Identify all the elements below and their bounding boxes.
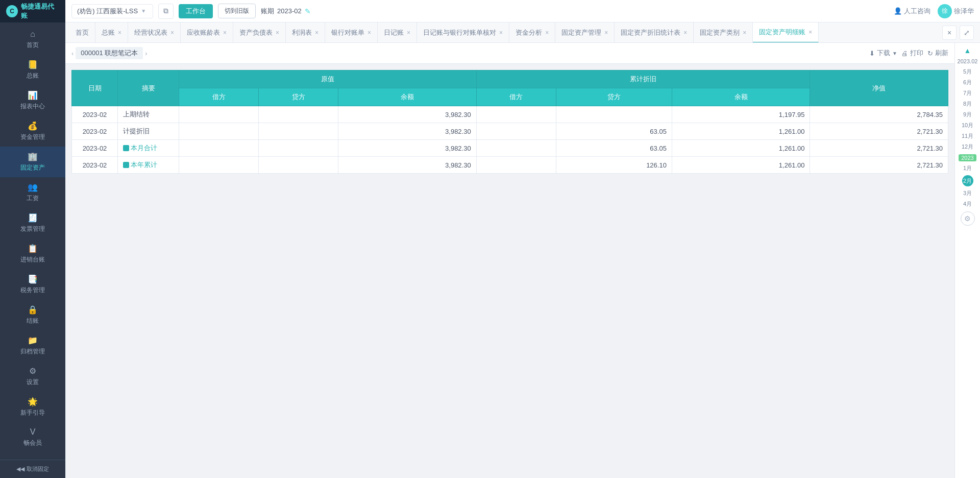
tab-fund-analysis[interactable]: 资金分析 × bbox=[509, 22, 555, 43]
switch-version-button[interactable]: 切到旧版 bbox=[218, 4, 256, 18]
tab-journal[interactable]: 日记账 × bbox=[378, 22, 417, 43]
cell-net-value: 2,721.30 bbox=[810, 157, 948, 174]
tab-close-all-button[interactable]: × bbox=[942, 26, 957, 40]
tab-close-icon[interactable]: × bbox=[223, 29, 227, 36]
cell-summary: 上期结转 bbox=[118, 106, 179, 123]
timeline-label: 4月 bbox=[963, 200, 972, 208]
copy-button[interactable]: ⧉ bbox=[158, 4, 174, 19]
refresh-label: 刷新 bbox=[935, 49, 948, 58]
tab-close-icon[interactable]: × bbox=[743, 29, 746, 36]
refresh-button[interactable]: ↻ 刷新 bbox=[927, 49, 948, 58]
print-button[interactable]: 🖨 打印 bbox=[901, 49, 923, 58]
th-orig-balance: 余额 bbox=[338, 88, 477, 106]
sidebar-item-sales[interactable]: 📋 进销台账 bbox=[0, 238, 65, 269]
sidebar-item-fixed-assets[interactable]: 🏢 固定资产 bbox=[0, 147, 65, 177]
timeline-month-5[interactable]: 5月 bbox=[955, 66, 980, 77]
period-edit-icon[interactable]: ✎ bbox=[305, 7, 311, 15]
timeline-month-7[interactable]: 7月 bbox=[955, 88, 980, 99]
cell-date: 2023-02 bbox=[72, 157, 118, 174]
th-accum-credit: 贷方 bbox=[556, 88, 672, 106]
tab-close-icon[interactable]: × bbox=[499, 29, 503, 36]
tab-balance[interactable]: 资产负债表 × bbox=[233, 22, 286, 43]
timeline-month-8[interactable]: 8月 bbox=[955, 99, 980, 109]
tab-label: 资产负债表 bbox=[239, 28, 273, 37]
sidebar-item-settings[interactable]: ⚙ 设置 bbox=[0, 361, 65, 392]
timeline-month-3[interactable]: 3月 bbox=[955, 188, 980, 199]
active-month-dot: 2月 bbox=[962, 175, 973, 186]
cell-orig-credit bbox=[259, 140, 338, 157]
timeline-label: 11月 bbox=[962, 132, 973, 140]
timeline-month-10[interactable]: 10月 bbox=[955, 120, 980, 131]
tab-home[interactable]: 首页 bbox=[69, 22, 95, 43]
service-button[interactable]: 👤 人工咨询 bbox=[894, 7, 930, 16]
tab-close-icon[interactable]: × bbox=[118, 29, 121, 36]
timeline-month-4[interactable]: 4月 bbox=[955, 199, 980, 209]
settings-icon: ⚙ bbox=[29, 366, 36, 376]
timeline-month-2-active[interactable]: 2月 bbox=[955, 174, 980, 188]
cell-net-value: 2,721.30 bbox=[810, 123, 948, 140]
topbar-right: 👤 人工咨询 徐 徐泽华 bbox=[894, 4, 974, 18]
sidebar-item-capital[interactable]: 💰 资金管理 bbox=[0, 116, 65, 147]
service-label: 人工咨询 bbox=[904, 7, 930, 16]
tab-fixed-detail[interactable]: 固定资产明细账 × bbox=[753, 22, 819, 43]
sidebar-item-payroll[interactable]: 👥 工资 bbox=[0, 177, 65, 208]
cell-summary: 本年累计 bbox=[118, 157, 179, 174]
chevron-down-icon: ▼ bbox=[892, 51, 897, 56]
tab-close-icon[interactable]: × bbox=[407, 29, 410, 36]
archive-icon: 📁 bbox=[28, 336, 38, 345]
nav-next-arrow[interactable]: › bbox=[145, 50, 147, 57]
tab-depreciation-table[interactable]: 固定资产折旧统计表 × bbox=[615, 22, 694, 43]
tab-operating[interactable]: 经营状况表 × bbox=[128, 22, 181, 43]
tab-label: 银行对账单 bbox=[331, 28, 364, 37]
th-net-value: 净值 bbox=[810, 70, 948, 106]
timeline-month-6[interactable]: 6月 bbox=[955, 77, 980, 88]
timeline-month-1[interactable]: 1月 bbox=[955, 163, 980, 174]
tab-ledger[interactable]: 总账 × bbox=[95, 22, 128, 43]
tab-expand-button[interactable]: ⤢ bbox=[960, 26, 974, 40]
tab-close-icon[interactable]: × bbox=[170, 29, 174, 36]
timeline-year-top: 2023.02 bbox=[955, 56, 980, 66]
tab-close-icon[interactable]: × bbox=[808, 29, 812, 36]
timeline-settings-icon[interactable]: ⚙ bbox=[961, 211, 975, 226]
refresh-icon: ↻ bbox=[927, 50, 933, 57]
content-area: ‹ 000001 联想笔记本 › ⬇ 下载 ▼ 🖨 打印 ↻ bbox=[65, 43, 980, 478]
sidebar-item-close[interactable]: 🔒 结账 bbox=[0, 300, 65, 330]
timeline-month-12[interactable]: 12月 bbox=[955, 141, 980, 152]
tab-fixed-category[interactable]: 固定资产类别 × bbox=[694, 22, 753, 43]
ledger-icon: 📒 bbox=[28, 60, 38, 69]
tab-label: 日记账与银行对账单核对 bbox=[423, 28, 496, 37]
timeline-scroll-up[interactable]: ▲ bbox=[963, 45, 973, 56]
tab-bank[interactable]: 银行对账单 × bbox=[325, 22, 378, 43]
sidebar-item-label: 固定资产 bbox=[20, 163, 45, 172]
tab-close-icon[interactable]: × bbox=[683, 29, 687, 36]
nav-prev-arrow[interactable]: ‹ bbox=[71, 50, 74, 57]
sidebar-collapse[interactable]: ◀◀ 取消固定 bbox=[0, 460, 65, 478]
sidebar-item-ledger[interactable]: 📒 总账 bbox=[0, 55, 65, 85]
sidebar-item-home[interactable]: ⌂ 首页 bbox=[0, 25, 65, 55]
tab-close-icon[interactable]: × bbox=[368, 29, 371, 36]
work-bench-button[interactable]: 工作台 bbox=[179, 4, 213, 18]
tab-journal-bank[interactable]: 日记账与银行对账单核对 × bbox=[417, 22, 509, 43]
sidebar-item-invoice[interactable]: 🧾 发票管理 bbox=[0, 208, 65, 238]
timeline-month-11[interactable]: 11月 bbox=[955, 131, 980, 141]
sidebar-item-reports[interactable]: 📊 报表中心 bbox=[0, 85, 65, 116]
tab-close-icon[interactable]: × bbox=[315, 29, 318, 36]
download-button[interactable]: ⬇ 下载 ▼ bbox=[869, 49, 897, 58]
cell-accum-balance: 1,261.00 bbox=[672, 157, 810, 174]
user-info[interactable]: 徐 徐泽华 bbox=[938, 4, 974, 18]
sidebar-item-guide[interactable]: 🌟 新手引导 bbox=[0, 392, 65, 422]
cell-summary: 计提折旧 bbox=[118, 123, 179, 140]
timeline-label: 3月 bbox=[963, 189, 972, 197]
tab-close-icon[interactable]: × bbox=[276, 29, 279, 36]
tab-receivable[interactable]: 应收账龄表 × bbox=[181, 22, 233, 43]
tab-close-icon[interactable]: × bbox=[604, 29, 608, 36]
tab-fixed-mgmt[interactable]: 固定资产管理 × bbox=[555, 22, 615, 43]
company-selector[interactable]: (劝告) 江西服装-LSS ▼ bbox=[71, 4, 153, 18]
sidebar-item-archive[interactable]: 📁 归档管理 bbox=[0, 330, 65, 361]
sidebar-item-tax[interactable]: 📑 税务管理 bbox=[0, 269, 65, 300]
timeline-month-9[interactable]: 9月 bbox=[955, 109, 980, 120]
tab-close-icon[interactable]: × bbox=[545, 29, 549, 36]
period-label: 账期 bbox=[261, 7, 274, 16]
tab-profit[interactable]: 利润表 × bbox=[286, 22, 325, 43]
sidebar-item-member[interactable]: V 畅会员 bbox=[0, 422, 65, 452]
